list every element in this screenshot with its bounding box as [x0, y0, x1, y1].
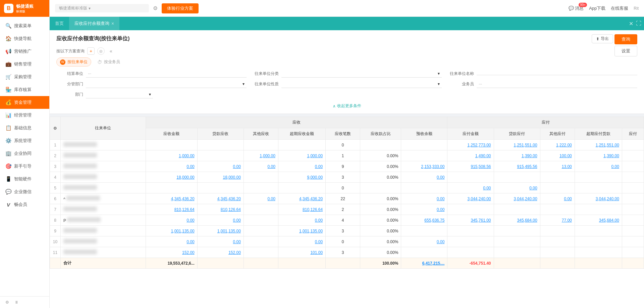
cell-link[interactable]: 915,495.56 — [517, 164, 537, 169]
cell-link[interactable]: 0.00 — [611, 164, 619, 169]
sidebar-settings-icon[interactable]: ⚙ — [5, 300, 9, 305]
cell-link[interactable]: 1,001,135.00 — [171, 229, 195, 233]
filter-collapse-btn[interactable]: ∧ 收起更多条件 — [56, 101, 637, 111]
filter-input-wangLaiDanWeiMingCheng[interactable] — [477, 72, 637, 75]
sidebar-item-baseinfo[interactable]: 📋 基础信息 — [0, 122, 49, 134]
cell-link[interactable]: 4,345,436.20 — [171, 196, 195, 201]
tab-close-window-icon[interactable]: ✕ — [629, 20, 633, 27]
filter-expand-btn[interactable]: « — [107, 47, 115, 55]
chevron-down-icon[interactable]: ▾ — [89, 6, 91, 11]
cell-link[interactable]: 0.00 — [437, 175, 444, 180]
cell-link[interactable]: 100.00 — [559, 153, 572, 158]
cell-link[interactable]: 152.00 — [228, 250, 241, 255]
tab-fullscreen-icon[interactable]: ⛶ — [636, 20, 641, 27]
sidebar-item-operations[interactable]: 📊 经营管理 — [0, 109, 49, 122]
cell-link[interactable]: 3,044,240.00 — [467, 196, 491, 201]
filter-input-wangLaiDanWeiXingZhi[interactable]: ▾ — [281, 80, 442, 88]
cell-link[interactable]: 0.00 — [186, 239, 194, 244]
cell-link[interactable]: 0.00 — [233, 218, 240, 223]
cell-link[interactable]: 810,126.64 — [303, 207, 323, 212]
filter-add-btn[interactable]: + — [87, 47, 95, 55]
sidebar-item-finance[interactable]: 💰 资金管理 — [0, 96, 49, 109]
app-download-link[interactable]: App下载 — [589, 5, 605, 11]
filter-input-yewuYuan[interactable]: ··· — [477, 80, 637, 88]
cell-link[interactable]: 18,000.00 — [223, 175, 240, 180]
cell-link[interactable]: 0.00 — [315, 164, 323, 169]
cell-link[interactable]: 1,001,135.00 — [299, 229, 323, 233]
footer-ys-yu-link[interactable]: 6,417,215.... — [422, 261, 445, 266]
cell-link[interactable]: 2,153,333.00 — [421, 164, 444, 169]
tab-balance[interactable]: 应收应付余额查询 × — [69, 17, 119, 30]
cell-link[interactable]: 0.00 — [437, 196, 444, 201]
cell-link[interactable]: 18,000.00 — [176, 175, 194, 180]
export-btn[interactable]: ⬆ 导出 — [592, 34, 613, 43]
sidebar-item-member[interactable]: V 畅会员 — [0, 198, 49, 211]
cell-link[interactable]: 0.00 — [186, 164, 194, 169]
cell-link[interactable]: 0.00 — [529, 186, 537, 190]
cell-link[interactable]: 0.00 — [564, 196, 572, 201]
sidebar-item-sales[interactable]: 💼 销售管理 — [0, 58, 49, 71]
cell-link[interactable]: 0.00 — [437, 239, 444, 244]
cell-link[interactable]: 1,251,551.00 — [514, 143, 537, 147]
cell-link[interactable]: 655,636.75 — [424, 218, 444, 223]
filter-input-jieSuanDanWei[interactable]: ··· — [86, 70, 247, 78]
cell-link[interactable]: 77.00 — [562, 218, 572, 223]
cell-link[interactable]: 345,761.00 — [471, 218, 491, 223]
cell-link[interactable]: 3,044,240.00 — [514, 196, 537, 201]
cell-link[interactable]: 0.00 — [186, 218, 194, 223]
user-name[interactable]: Rit — [634, 6, 639, 11]
notification-btn[interactable]: 💬 消息 99+ — [569, 5, 584, 11]
filter-scheme-btn[interactable]: ◎ — [97, 47, 105, 55]
cell-link[interactable]: 3,044,240.00 — [596, 196, 619, 201]
cell-link[interactable]: 9,000.00 — [307, 175, 323, 180]
cell-link[interactable]: 1,251,551.00 — [596, 143, 619, 147]
sidebar-item-marketing[interactable]: 📢 营销推广 — [0, 45, 49, 58]
cell-link[interactable]: 0.00 — [268, 196, 275, 201]
cell-link[interactable]: 1,252,773.00 — [467, 143, 491, 147]
tab-close-icon[interactable]: × — [111, 21, 114, 26]
cell-link[interactable]: 152.00 — [182, 250, 195, 255]
cell-link[interactable]: 101.00 — [310, 250, 323, 255]
sidebar-item-inventory[interactable]: 🏪 库存核算 — [0, 83, 49, 96]
cell-link[interactable]: 4,345,436.20 — [299, 196, 323, 201]
cell-link[interactable]: 0.00 — [483, 186, 491, 190]
tab-home[interactable]: 首页 — [50, 17, 69, 30]
filter-input-wangLaiDanWeiFenLei[interactable]: ▾ — [281, 70, 442, 78]
sidebar-item-collab[interactable]: 🏢 企业协同 — [0, 147, 49, 160]
filter-input-buMen[interactable]: ▾ — [86, 91, 153, 98]
cell-link[interactable]: 915,508.56 — [471, 164, 491, 169]
footer-ys-je[interactable]: 19,553,472,6... — [146, 258, 197, 269]
cell-link[interactable]: 345,684.00 — [517, 218, 537, 223]
sidebar-item-search[interactable]: 🔍 搜索菜单 — [0, 19, 49, 32]
cell-link[interactable]: 1,390.00 — [603, 153, 619, 158]
cell-link[interactable]: 1,222.00 — [556, 143, 572, 147]
cell-link[interactable]: 1,490.00 — [475, 153, 491, 158]
settings-btn[interactable]: 设置 — [614, 46, 637, 56]
cell-link[interactable]: 0.00 — [268, 164, 275, 169]
cell-link[interactable]: 1,000.00 — [260, 153, 275, 158]
footer-ys-yu[interactable]: 6,417,215.... — [401, 258, 447, 269]
cell-link[interactable]: 1,390.00 — [522, 153, 537, 158]
sidebar-item-hardware[interactable]: 📱 智能硬件 — [0, 173, 49, 185]
sidebar-item-purchase[interactable]: 🛒 采购管理 — [0, 71, 49, 83]
cell-link[interactable]: 0.00 — [437, 207, 444, 212]
sidebar-item-wechat[interactable]: 💬 企业微信 — [0, 185, 49, 198]
cell-link[interactable]: 345,684.00 — [599, 218, 619, 223]
trial-btn[interactable]: 体验行业方案 — [162, 3, 199, 13]
cell-link[interactable]: 0.00 — [233, 164, 240, 169]
cell-link[interactable]: 0.00 — [233, 239, 240, 244]
cell-link[interactable]: 13.00 — [562, 164, 572, 169]
scheme-bystaff[interactable]: ⏱ 按业务员 — [94, 58, 123, 66]
header-gear-icon[interactable]: ⚙ — [153, 5, 158, 11]
query-btn[interactable]: 查询 — [614, 34, 637, 44]
cell-link[interactable]: 810,126.64 — [221, 207, 241, 212]
sidebar-collapse-icon[interactable]: ⏸ — [14, 300, 18, 305]
table-settings-col[interactable]: ⚙ — [50, 117, 61, 140]
cell-link[interactable]: 0.00 — [315, 239, 323, 244]
cell-link[interactable]: 1,000.00 — [307, 153, 323, 158]
sidebar-item-sysadmin[interactable]: ⚙️ 系统管理 — [0, 134, 49, 147]
cell-link[interactable]: 810,126.64 — [174, 207, 195, 212]
cell-link[interactable]: 1,001,135.00 — [217, 229, 241, 233]
scheme-bypartner[interactable]: W 按往来单位 — [56, 57, 91, 67]
online-service-link[interactable]: 在线客服 — [611, 5, 628, 11]
